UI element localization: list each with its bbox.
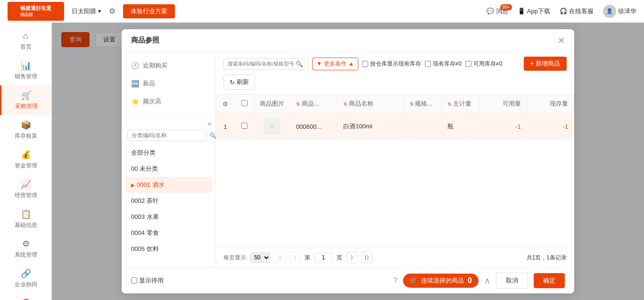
- sidebar-item-home[interactable]: ⌂ 首页: [0, 26, 51, 56]
- checkbox-warehouse-input[interactable]: [362, 61, 368, 67]
- tab-new[interactable]: 🆕 新品: [125, 75, 212, 92]
- category-all[interactable]: 全部分类: [125, 145, 212, 161]
- checkbox-stock-label: 现有库存≠0: [433, 60, 462, 68]
- first-page-btn[interactable]: ⟨⟨: [274, 252, 286, 263]
- col-label: 商品名称: [349, 100, 373, 107]
- category-label: 0005 饮料: [131, 245, 159, 253]
- add-product-btn[interactable]: + 新增商品: [524, 57, 567, 71]
- tab-recent[interactable]: 🕐 近期购买: [125, 58, 212, 74]
- home-icon: ⌂: [23, 31, 28, 41]
- category-0008[interactable]: 0008 水: [125, 257, 212, 261]
- per-page-select[interactable]: 50: [250, 252, 271, 263]
- sidebar-item-purchase[interactable]: 🛒 采购管理: [0, 85, 51, 115]
- business-icon: 📈: [21, 179, 31, 190]
- category-search-input[interactable]: [127, 130, 206, 141]
- checkbox-stock-input[interactable]: [425, 61, 431, 67]
- confirm-btn[interactable]: 确定: [534, 273, 565, 288]
- select-all-checkbox[interactable]: [241, 100, 248, 106]
- store-selector[interactable]: 日太阳膜 ▾: [72, 7, 103, 16]
- cell-check[interactable]: [235, 113, 254, 140]
- category-0003[interactable]: 0003 水果: [125, 209, 212, 225]
- col-header-spec[interactable]: ⇅ 规格...: [404, 95, 441, 113]
- username-label: 徐泽华: [618, 7, 636, 16]
- message-item[interactable]: 💬 消息 99+: [487, 7, 508, 16]
- left-panel-tabs: 🕐 近期购买 🆕 新品 ⭐ 频次高: [122, 58, 215, 109]
- sidebar-item-label: 采购管理: [15, 102, 38, 110]
- sidebar-item-base[interactable]: 📋 基础信息: [0, 204, 51, 234]
- row-checkbox[interactable]: [241, 123, 248, 129]
- new-icon: 🆕: [131, 80, 139, 87]
- sidebar-item-business[interactable]: 📈 经营管理: [0, 175, 51, 204]
- settings-icon[interactable]: ⚙: [109, 7, 116, 16]
- help-icon[interactable]: ?: [393, 276, 397, 285]
- online-service-item[interactable]: 🎧 在线客服: [560, 7, 594, 16]
- tab-frequent[interactable]: ⭐ 频次高: [125, 93, 212, 109]
- col-header-name[interactable]: ⇅ 商品名称: [338, 95, 404, 113]
- checkbox-stock-nonzero[interactable]: 现有库存≠0: [425, 60, 462, 68]
- user-item[interactable]: 👤 徐泽华: [603, 5, 636, 18]
- last-page-btn[interactable]: ⟩⟩: [361, 252, 372, 263]
- tab-label: 新品: [143, 79, 155, 88]
- refresh-icon: ↻: [230, 79, 235, 86]
- category-00[interactable]: 00 未分类: [125, 161, 212, 177]
- next-page-btn[interactable]: ⟩: [346, 252, 357, 263]
- category-0002[interactable]: 0002 茶叶: [125, 193, 212, 209]
- checkbox-avail-input[interactable]: [465, 61, 471, 67]
- settings-icon-col[interactable]: ⚙: [223, 100, 228, 108]
- guide-icon: 🎯: [21, 298, 31, 300]
- sidebar-item-collab[interactable]: 🔗 企业协同: [0, 264, 51, 293]
- app-download-label: App下载: [527, 7, 550, 16]
- col-header-stock: 现存量: [527, 95, 574, 113]
- page-input[interactable]: [314, 253, 333, 262]
- refresh-btn[interactable]: ↻ 刷新: [223, 75, 255, 90]
- category-0004[interactable]: 0004 零食: [125, 225, 212, 241]
- category-search-icon[interactable]: 🔍: [209, 132, 216, 139]
- product-search-input[interactable]: [228, 61, 294, 67]
- category-tree: 全部分类 00 未分类 ▶ 0001 酒水 0002 茶叶: [122, 145, 215, 261]
- product-search-icon[interactable]: 🔍: [296, 60, 303, 67]
- sidebar-item-label: 系统管理: [15, 251, 37, 259]
- col-header-unit[interactable]: ⇅ 主计量: [442, 95, 479, 113]
- product-search-box[interactable]: 🔍: [223, 58, 308, 70]
- checkbox-warehouse[interactable]: 按仓库显示现有库存: [362, 60, 421, 68]
- product-reference-modal: 商品参照 ✕ 🕐 近期购买 🆕: [122, 29, 574, 293]
- page-label: 第: [305, 254, 310, 262]
- cancel-btn[interactable]: 取消: [496, 273, 528, 289]
- show-disabled-checkbox[interactable]: 显示停用: [131, 276, 164, 285]
- col-header-code[interactable]: ⇅ 商品...: [290, 95, 338, 113]
- category-0001[interactable]: ▶ 0001 酒水: [125, 177, 212, 193]
- sidebar-item-sales[interactable]: 📊 销售管理: [0, 56, 51, 85]
- col-label: 商品...: [302, 100, 319, 107]
- sidebar-item-guide[interactable]: 🎯 新手引导: [0, 293, 51, 300]
- modal-close-btn[interactable]: ✕: [558, 35, 565, 46]
- category-label: 0003 水果: [131, 213, 159, 221]
- sidebar-item-finance[interactable]: 💰 资金管理: [0, 145, 51, 175]
- app-download-icon: 📱: [518, 8, 525, 15]
- category-search-row: 🔍: [122, 130, 215, 141]
- experience-btn[interactable]: 体验行业方案: [123, 4, 175, 18]
- footer-collapse-btn[interactable]: ∧: [484, 275, 490, 286]
- category-label: 0002 茶叶: [131, 197, 159, 205]
- col-header-check: [235, 95, 254, 113]
- show-disabled-label: 显示停用: [139, 276, 164, 285]
- base-icon: 📋: [21, 209, 31, 219]
- inventory-icon: 📦: [21, 120, 31, 130]
- table-row[interactable]: 1 图 000600... 白酒100ml: [216, 113, 574, 140]
- left-panel: 🕐 近期购买 🆕 新品 ⭐ 频次高: [122, 52, 216, 267]
- category-0005[interactable]: 0005 饮料: [125, 241, 212, 257]
- sidebar-item-inventory[interactable]: 📦 库存核算: [0, 115, 51, 145]
- col-label: 现存量: [550, 100, 568, 107]
- more-filter-btn[interactable]: ▼ 更多条件 ▲: [312, 58, 358, 70]
- cart-btn[interactable]: 🛒 连续选择的商品 0: [403, 274, 479, 288]
- category-label: 00 未分类: [131, 165, 158, 173]
- sidebar-item-label: 销售管理: [15, 73, 37, 81]
- modal-header: 商品参照 ✕: [122, 29, 574, 52]
- tab-label: 频次高: [143, 97, 161, 106]
- collapse-left-btn[interactable]: «: [207, 119, 212, 128]
- checkbox-avail-nonzero[interactable]: 可用库存≠0: [465, 60, 502, 68]
- avatar: 👤: [603, 5, 616, 18]
- sidebar-item-system[interactable]: ⚙ 系统管理: [0, 234, 51, 264]
- prev-page-btn[interactable]: ⟨: [289, 252, 301, 263]
- app-download-item[interactable]: 📱 App下载: [518, 7, 550, 16]
- show-disabled-input[interactable]: [131, 277, 137, 283]
